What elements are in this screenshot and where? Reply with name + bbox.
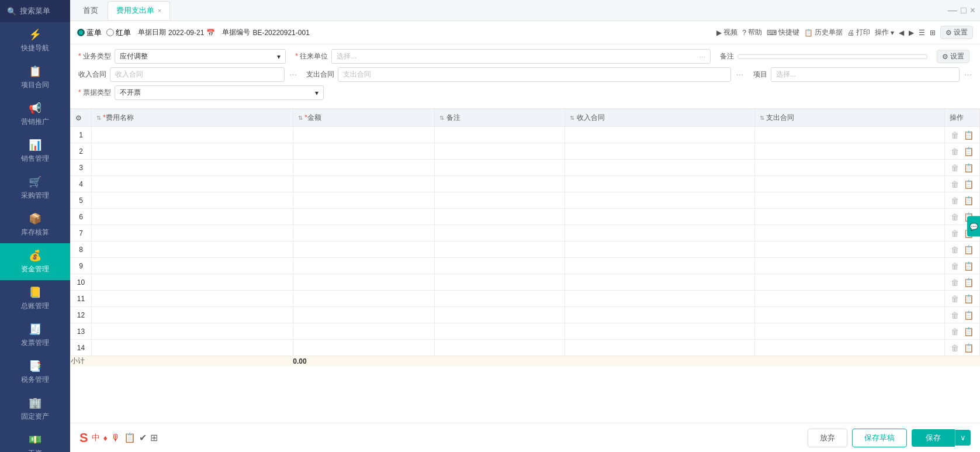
calendar-icon[interactable]: 📅 xyxy=(206,29,215,37)
copy-icon-13[interactable]: 📋 xyxy=(964,327,974,336)
row-income-contract-14[interactable] xyxy=(565,340,755,356)
delete-icon-8[interactable]: 🗑 xyxy=(951,245,959,254)
copy-icon-5[interactable]: 📋 xyxy=(964,196,974,205)
delete-icon-7[interactable]: 🗑 xyxy=(951,229,959,238)
save-button[interactable]: 保存 xyxy=(912,429,955,447)
row-remark-12[interactable] xyxy=(435,307,565,323)
delete-icon-13[interactable]: 🗑 xyxy=(951,327,959,336)
expense-contract-dots[interactable]: ··· xyxy=(736,70,743,80)
row-expense-contract-6[interactable] xyxy=(755,209,945,225)
ops-btn[interactable]: 操作 ▾ xyxy=(875,27,894,37)
row-expense-contract-5[interactable] xyxy=(755,192,945,209)
remark-input[interactable] xyxy=(737,54,927,59)
green-side-tab[interactable]: 💬 xyxy=(967,216,980,236)
income-contract-input[interactable]: 收入合同 xyxy=(110,67,285,82)
row-amount-4[interactable] xyxy=(293,176,435,192)
sidebar-item-project-contract[interactable]: 📋 项目合同 xyxy=(0,59,70,96)
row-expense-contract-2[interactable] xyxy=(755,143,945,160)
row-expense-name-14[interactable] xyxy=(92,340,293,356)
delete-icon-1[interactable]: 🗑 xyxy=(951,130,959,140)
biz-type-select[interactable]: 应付调整 ▾ xyxy=(115,49,286,64)
delete-icon-6[interactable]: 🗑 xyxy=(951,212,959,222)
copy-icon-12[interactable]: 📋 xyxy=(964,310,974,320)
delete-icon-4[interactable]: 🗑 xyxy=(951,180,959,189)
row-expense-contract-13[interactable] xyxy=(755,323,945,340)
sidebar-item-inventory[interactable]: 📦 库存核算 xyxy=(0,206,70,243)
row-remark-2[interactable] xyxy=(435,143,565,160)
project-input[interactable]: 选择... xyxy=(771,67,960,82)
row-amount-1[interactable] xyxy=(293,127,435,143)
copy-icon-4[interactable]: 📋 xyxy=(964,180,974,189)
row-income-contract-6[interactable] xyxy=(565,209,755,225)
row-expense-contract-12[interactable] xyxy=(755,307,945,323)
settings-btn[interactable]: ⚙ 设置 xyxy=(940,26,973,39)
form-settings-btn[interactable]: ⚙ 设置 xyxy=(937,50,969,63)
sidebar-item-capital[interactable]: 💰 资金管理 xyxy=(0,243,70,280)
project-dots[interactable]: ··· xyxy=(964,70,972,80)
row-remark-14[interactable] xyxy=(435,340,565,356)
sidebar-item-assets[interactable]: 🏢 固定资产 xyxy=(0,391,70,427)
row-remark-9[interactable] xyxy=(435,258,565,274)
col-amount-sort[interactable]: ⇅ xyxy=(298,115,303,121)
tab-home[interactable]: 首页 xyxy=(75,1,106,20)
row-amount-12[interactable] xyxy=(293,307,435,323)
income-contract-dots[interactable]: ··· xyxy=(289,70,297,80)
row-income-contract-7[interactable] xyxy=(565,225,755,241)
radio-blue[interactable]: 蓝单 xyxy=(77,27,102,38)
row-expense-name-7[interactable] xyxy=(92,225,293,241)
row-remark-6[interactable] xyxy=(435,209,565,225)
print-btn[interactable]: 🖨 打印 xyxy=(847,27,870,37)
grid-view[interactable]: ⊞ xyxy=(930,29,936,37)
copy-icon-9[interactable]: 📋 xyxy=(964,261,974,271)
row-amount-14[interactable] xyxy=(293,340,435,356)
sidebar-item-purchase[interactable]: 🛒 采购管理 xyxy=(0,170,70,206)
sidebar-item-accounting[interactable]: 📒 总账管理 xyxy=(0,280,70,317)
sidebar-item-invoice[interactable]: 🧾 发票管理 xyxy=(0,317,70,354)
row-income-contract-1[interactable] xyxy=(565,127,755,143)
row-expense-contract-3[interactable] xyxy=(755,160,945,176)
row-remark-5[interactable] xyxy=(435,192,565,209)
col-income-sort[interactable]: ⇅ xyxy=(570,115,574,121)
sidebar-item-payroll[interactable]: 💵 工资 xyxy=(0,427,70,452)
row-expense-name-2[interactable] xyxy=(92,143,293,160)
delete-icon-12[interactable]: 🗑 xyxy=(951,310,959,320)
row-remark-7[interactable] xyxy=(435,225,565,241)
row-expense-name-5[interactable] xyxy=(92,192,293,209)
copy-icon-10[interactable]: 📋 xyxy=(964,278,974,287)
nav-next[interactable]: ▶ xyxy=(909,29,914,37)
row-expense-contract-14[interactable] xyxy=(755,340,945,356)
row-income-contract-5[interactable] xyxy=(565,192,755,209)
nav-prev[interactable]: ◀ xyxy=(899,29,904,37)
row-expense-contract-8[interactable] xyxy=(755,241,945,258)
copy-icon-2[interactable]: 📋 xyxy=(964,147,974,156)
row-remark-10[interactable] xyxy=(435,274,565,291)
copy-icon-1[interactable]: 📋 xyxy=(964,130,974,140)
save-dropdown-button[interactable]: ∨ xyxy=(955,430,971,446)
row-expense-name-4[interactable] xyxy=(92,176,293,192)
row-amount-5[interactable] xyxy=(293,192,435,209)
partner-input[interactable]: 选择... ··· xyxy=(331,49,710,64)
row-remark-13[interactable] xyxy=(435,323,565,340)
row-income-contract-3[interactable] xyxy=(565,160,755,176)
shortcut-btn[interactable]: ⌨ 快捷键 xyxy=(767,27,799,37)
delete-icon-11[interactable]: 🗑 xyxy=(951,294,959,303)
save-draft-button[interactable]: 保存草稿 xyxy=(852,429,907,447)
copy-icon-11[interactable]: 📋 xyxy=(964,294,974,303)
row-amount-10[interactable] xyxy=(293,274,435,291)
list-view[interactable]: ☰ xyxy=(919,29,925,37)
row-amount-11[interactable] xyxy=(293,291,435,307)
row-expense-name-9[interactable] xyxy=(92,258,293,274)
row-income-contract-2[interactable] xyxy=(565,143,755,160)
row-expense-name-10[interactable] xyxy=(92,274,293,291)
delete-icon-5[interactable]: 🗑 xyxy=(951,196,959,205)
row-income-contract-10[interactable] xyxy=(565,274,755,291)
row-expense-contract-1[interactable] xyxy=(755,127,945,143)
row-expense-name-6[interactable] xyxy=(92,209,293,225)
sidebar-search[interactable]: 🔍 搜索菜单 xyxy=(0,0,70,22)
row-income-contract-12[interactable] xyxy=(565,307,755,323)
sidebar-item-tax[interactable]: 📑 税务管理 xyxy=(0,354,70,391)
col-expense-name-sort[interactable]: ⇅ xyxy=(96,115,101,121)
copy-icon-14[interactable]: 📋 xyxy=(964,343,974,353)
col-remark-sort[interactable]: ⇅ xyxy=(439,115,444,121)
row-amount-13[interactable] xyxy=(293,323,435,340)
